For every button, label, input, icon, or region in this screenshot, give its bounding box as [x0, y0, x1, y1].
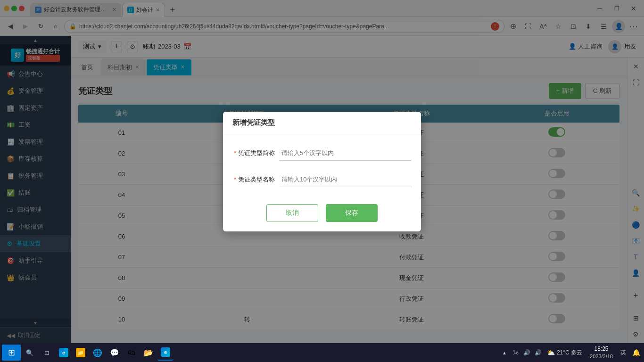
notification-btn[interactable]: 🔔	[630, 345, 642, 361]
modal-title: 新增凭证类型	[232, 118, 275, 126]
chrome-btn[interactable]: 🌐	[90, 345, 106, 361]
wind-icon[interactable]: 🌬	[511, 345, 520, 361]
network-icon[interactable]: 🔊	[522, 345, 532, 361]
systray: ▲ 🌬 🔊 🔊 ⛅ 21°C 多云 18:25 2023/3/18 英 🔔	[500, 345, 642, 361]
full-name-input[interactable]	[280, 172, 412, 187]
form-row-full-name: * 凭证类型名称	[232, 172, 412, 187]
clock-time: 18:25	[594, 346, 609, 353]
volume-icon[interactable]: 🔊	[534, 345, 543, 361]
modal-body: * 凭证类型简称 * 凭证类型名称	[223, 134, 421, 197]
store-btn[interactable]: 🛍	[124, 345, 140, 361]
clock-area[interactable]: 18:25 2023/3/18	[586, 346, 617, 360]
weather-info[interactable]: ⛅ 21°C 多云	[545, 349, 584, 357]
taskbar: ⊞ 🔍 ⊡ e 📁 🌐 💬 🛍 📂 e ▲ 🌬 🔊 🔊 ⛅ 21°C 多云 18…	[0, 343, 644, 362]
search-taskbar-btn[interactable]: 🔍	[22, 345, 38, 361]
clock-date: 2023/3/18	[590, 353, 613, 360]
modal-footer: 取消 保存	[223, 197, 421, 231]
start-btn[interactable]: ⊞	[2, 345, 21, 361]
form-row-short-name: * 凭证类型简称	[232, 146, 412, 161]
full-name-label: * 凭证类型名称	[232, 175, 275, 184]
save-button[interactable]: 保存	[326, 204, 378, 222]
edge-taskbar-btn[interactable]: e	[157, 345, 173, 361]
file-explorer-btn[interactable]: 📁	[73, 345, 89, 361]
modal: 新增凭证类型 * 凭证类型简称 * 凭证类型名称 取消 保存	[223, 112, 421, 231]
wechat-btn[interactable]: 💬	[107, 345, 123, 361]
short-name-label: * 凭证类型简称	[232, 149, 275, 157]
edge-btn[interactable]: e	[56, 345, 72, 361]
cancel-button[interactable]: 取消	[266, 204, 318, 222]
modal-overlay: 新增凭证类型 * 凭证类型简称 * 凭证类型名称 取消 保存	[0, 0, 644, 343]
weather-label: 21°C 多云	[557, 349, 582, 357]
lang-indicator[interactable]: 英	[619, 345, 628, 361]
task-view-btn[interactable]: ⊡	[39, 345, 55, 361]
photos-btn[interactable]: 📂	[140, 345, 157, 361]
short-name-input[interactable]	[280, 146, 412, 161]
modal-header: 新增凭证类型	[223, 112, 421, 134]
lang-label: 英	[620, 349, 626, 357]
systray-expand[interactable]: ▲	[500, 345, 509, 361]
